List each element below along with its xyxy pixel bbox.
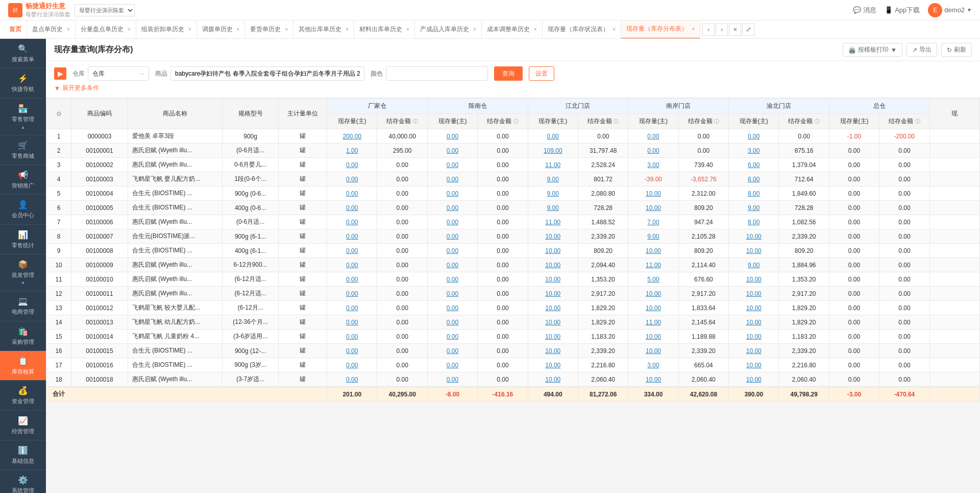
user-info[interactable]: E demo2 ▼ — [928, 3, 972, 17]
tab-cost-adjust[interactable]: 成本调整单历史 × — [482, 20, 543, 39]
cell-jiangbei-stock: 10.00 — [528, 244, 578, 258]
tab-close-icon[interactable]: × — [67, 27, 70, 32]
cell-nanan-stock: 7.00 — [628, 215, 678, 229]
tab-stock-distribution[interactable]: 现存量（库存分布表） × — [621, 20, 700, 39]
download-icon: 📱 — [885, 6, 893, 14]
cell-yubei-amount: 1,884.96 — [779, 258, 829, 272]
sidebar-item-retail-mgmt[interactable]: 🏪 零售管理 ▲ — [0, 99, 46, 135]
sidebar-label-ecommerce: 电商管理 — [12, 308, 34, 315]
messages-btn[interactable]: 💬 消息 — [853, 6, 876, 15]
color-input[interactable] — [386, 66, 488, 81]
tab-home[interactable]: 首页 — [4, 20, 27, 39]
cell-total-amount: 0.00 — [879, 358, 929, 372]
expand-conditions-btn[interactable]: ▼ 展开更多条件 — [54, 84, 972, 92]
cell-chen-amount: 0.00 — [478, 358, 528, 372]
table-row: 14 00100013 飞鹤星飞帆 幼儿配方奶... (12-36个月... 罐… — [46, 315, 980, 330]
cell-unit: 罐 — [279, 272, 327, 287]
tab-assembly[interactable]: 组装折卸单历史 × — [136, 20, 197, 39]
sidebar-item-search[interactable]: 🔍 搜索英单 — [0, 39, 46, 68]
tab-close-icon[interactable]: × — [406, 27, 409, 32]
table-row: 12 00100011 惠氏启赋 (Wyeth illu... (6-12月适.… — [46, 287, 980, 301]
product-input[interactable] — [170, 66, 364, 81]
cell-factory-amount: 0.00 — [377, 330, 427, 344]
cell-nanan-stock: 10.00 — [628, 372, 678, 387]
cell-factory-amount: 0.00 — [377, 358, 427, 372]
cell-nanan-amount: 2,114.40 — [678, 258, 728, 272]
sidebar-item-quicknav[interactable]: ⚡ 快捷导航 — [0, 68, 46, 98]
cell-unit: 罐 — [279, 201, 327, 215]
sidebar-item-marketing[interactable]: 📢 营销推广 — [0, 165, 46, 195]
cell-name: 惠氏启赋 (Wyeth illu... — [128, 215, 222, 229]
tab-fullscreen-btn[interactable]: ⤢ — [742, 24, 754, 36]
app-download-btn[interactable]: 📱 App下载 — [885, 6, 920, 15]
print-btn[interactable]: 🖨️ 按模板打印 ▼ — [843, 43, 902, 57]
tab-close-icon[interactable]: × — [613, 27, 616, 32]
tab-close-icon[interactable]: × — [128, 27, 131, 32]
tab-close-icon[interactable]: × — [473, 27, 476, 32]
sidebar-label-inventory: 库存核算 — [12, 368, 34, 375]
sidebar-item-basic-info[interactable]: ℹ️ 基础信息 — [0, 440, 46, 470]
tab-close-icon[interactable]: × — [285, 27, 288, 32]
main-content: 现存量查询(库存分布) 🖨️ 按模板打印 ▼ ↗ 导出 ↻ 刷新 — [46, 39, 980, 493]
tab-requisition[interactable]: 要货单历史 × — [245, 20, 293, 39]
tab-close-icon[interactable]: × — [534, 27, 537, 32]
cell-nanan-stock: 3.00 — [628, 358, 678, 372]
sidebar-item-wholesale[interactable]: 📦 批发管理 ▼ — [0, 254, 46, 291]
cell-unit: 罐 — [279, 330, 327, 344]
collapse-btn[interactable]: ▶ — [54, 67, 66, 80]
tab-stock-status[interactable]: 现存量（库存状况表） × — [543, 20, 622, 39]
tab-next-btn[interactable]: › — [716, 24, 728, 36]
cell-total-stock: 0.00 — [829, 372, 879, 387]
cell-name: 惠氏启赋 (Wyeth illu... — [128, 272, 222, 287]
cell-name: 惠氏启赋 (Wyeth illu... — [128, 144, 222, 158]
tab-inventory-check[interactable]: 盘点单历史 × — [27, 20, 76, 39]
tab-material-outbound[interactable]: 材料出库单历史 × — [354, 20, 415, 39]
sidebar-item-retail-mall[interactable]: 🛒 零售商城 — [0, 135, 46, 165]
tab-close-icon[interactable]: × — [237, 27, 240, 32]
refresh-btn[interactable]: ↻ 刷新 — [941, 43, 972, 57]
sidebar-item-inventory[interactable]: 📋 库存核算 — [0, 351, 46, 381]
tab-close-all-btn[interactable]: × — [729, 24, 741, 36]
search-btn[interactable]: 查询 — [494, 66, 523, 81]
cell-total-amount: 0.00 — [879, 301, 929, 315]
cell-factory-stock: 1.00 — [327, 144, 377, 158]
sidebar-item-retail-stats[interactable]: 📊 零售统计 — [0, 225, 46, 254]
setting-btn[interactable]: 设置 — [529, 66, 554, 81]
cell-index: 14 — [46, 315, 71, 330]
tab-close-icon[interactable]: × — [346, 27, 349, 32]
table-row: 17 00100016 合生元 (BIOSTIME) ... 900g (3岁.… — [46, 358, 980, 372]
warehouse-select[interactable]: 仓库 ··· — [88, 66, 149, 81]
cell-current — [929, 287, 979, 301]
sidebar-item-operations[interactable]: 📈 经营管理 — [0, 411, 46, 440]
tab-split-inventory[interactable]: 分量盘点单历史 × — [76, 20, 136, 39]
sidebar-item-ecommerce[interactable]: 💻 电商管理 — [0, 291, 46, 321]
tab-close-icon[interactable]: × — [692, 26, 695, 32]
sidebar-item-system[interactable]: ⚙️ 系统管理 — [0, 470, 46, 493]
app-download-label: App下载 — [895, 6, 920, 15]
cell-jiangbei-amount: 801.72 — [578, 172, 628, 186]
cell-factory-stock: 0.00 — [327, 330, 377, 344]
cell-name: 爱他美 卓萃3段 — [128, 129, 222, 144]
chevron-down-icon: ▼ — [21, 280, 26, 286]
tab-transfer[interactable]: 调拨单历史 × — [197, 20, 246, 39]
cell-total-amount: 0.00 — [879, 172, 929, 186]
cell-chen-stock: 0.00 — [427, 186, 477, 201]
tab-other-outbound[interactable]: 其他出库单历史 × — [293, 20, 354, 39]
settings-gear-icon[interactable]: ⚙ — [56, 110, 62, 118]
cell-unit: 罐 — [279, 215, 327, 229]
cell-jiangbei-stock: 0.00 — [528, 129, 578, 144]
sidebar-item-purchase[interactable]: 🛍️ 采购管理 — [0, 321, 46, 351]
export-btn[interactable]: ↗ 导出 — [906, 43, 937, 57]
sidebar-item-finance[interactable]: 💰 资金管理 — [0, 381, 46, 410]
sidebar-item-member[interactable]: 👤 会员中心 — [0, 195, 46, 224]
cell-jiangbei-amount: 2,080.80 — [578, 186, 628, 201]
tab-close-icon[interactable]: × — [188, 27, 191, 32]
industry-selector[interactable]: 母婴行业演示陈套 — [75, 4, 135, 16]
cell-current — [929, 358, 979, 372]
cell-total-amount: 0.00 — [879, 215, 929, 229]
tab-prev-btn[interactable]: ‹ — [702, 24, 715, 36]
tab-product-inbound[interactable]: 产成品入库单历史 × — [415, 20, 482, 39]
sidebar-label-wholesale: 批发管理 — [12, 271, 34, 278]
cell-jiangbei-stock: 10.00 — [528, 330, 578, 344]
cell-index: 2 — [46, 144, 71, 158]
